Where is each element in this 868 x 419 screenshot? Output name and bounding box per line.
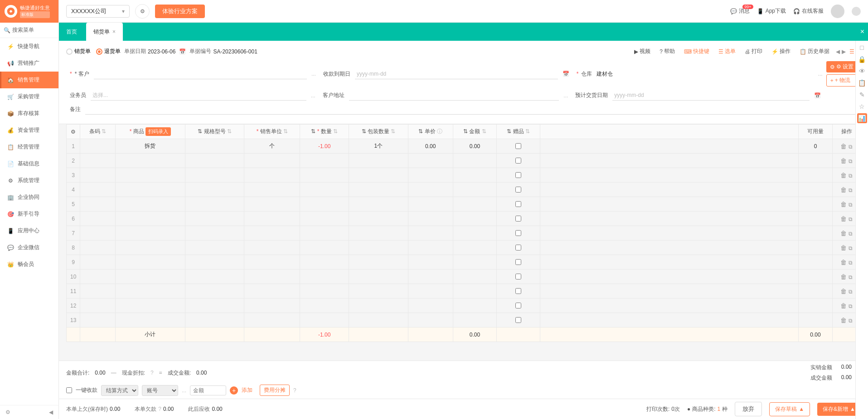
copy-row-icon[interactable]: ⧉ <box>849 202 853 208</box>
delete-row-icon[interactable]: 🗑 <box>840 172 847 179</box>
due-help-icon[interactable]: ? <box>158 406 161 412</box>
cell-product[interactable] <box>115 255 185 270</box>
save-draft-button[interactable]: 保存草稿 ▲ <box>769 402 810 416</box>
cell-product[interactable] <box>115 212 185 226</box>
prev-icon[interactable]: ◀ <box>836 48 840 55</box>
sidebar-item-sales[interactable]: 🏠 销售管理 <box>0 72 58 88</box>
gift-checkbox[interactable] <box>515 187 521 193</box>
tab-close-icon[interactable]: × <box>112 29 116 35</box>
cell-product[interactable] <box>115 226 185 241</box>
copy-row-icon[interactable]: ⧉ <box>849 158 853 164</box>
sidebar-item-operations[interactable]: 📋 经营管理 <box>0 139 58 155</box>
sidebar-item-marketing[interactable]: 📢 营销推广 <box>0 55 58 72</box>
cell-qty[interactable]: -1.00 <box>300 139 349 154</box>
cell-product[interactable] <box>115 270 185 284</box>
gift-checkbox[interactable] <box>515 201 521 207</box>
user-avatar[interactable] <box>831 5 844 18</box>
delete-row-icon[interactable]: 🗑 <box>840 288 847 295</box>
delete-row-icon[interactable]: 🗑 <box>840 259 847 266</box>
app-download-button[interactable]: 📱 App下载 <box>757 7 786 15</box>
expected-date-calendar-icon[interactable]: 📅 <box>814 92 821 99</box>
account-select[interactable]: 账号 <box>142 385 178 396</box>
sidebar-item-guide[interactable]: 🎯 新手引导 <box>0 206 58 222</box>
add-payment-btn[interactable]: + <box>230 386 238 395</box>
gift-checkbox[interactable] <box>515 288 521 294</box>
copy-row-icon[interactable]: ⧉ <box>849 187 853 193</box>
settings-action-btn[interactable]: ⚙ ⚙ 设置 <box>826 61 857 72</box>
cell-product[interactable] <box>115 168 185 183</box>
delete-row-icon[interactable]: 🗑 <box>840 273 847 280</box>
list-view-icon[interactable]: ☰ <box>849 48 854 55</box>
customer-dots[interactable]: ... <box>311 71 316 77</box>
rf-icon-3[interactable]: 👁 <box>857 66 867 76</box>
salesperson-dots[interactable]: ... <box>311 92 315 99</box>
video-btn[interactable]: ▶ 视频 <box>631 46 653 57</box>
note-input[interactable] <box>85 104 857 115</box>
tab-bar-close-btn[interactable]: × <box>860 28 864 36</box>
settings-gear-icon[interactable]: ⚙ <box>5 409 10 415</box>
cell-product[interactable] <box>115 299 185 313</box>
rf-icon-7[interactable]: 📊 <box>857 113 867 123</box>
copy-row-icon[interactable]: ⧉ <box>849 216 853 222</box>
copy-row-icon[interactable]: ⧉ <box>849 231 853 237</box>
sidebar-item-system[interactable]: ⚙ 系统管理 <box>0 172 58 189</box>
delete-row-icon[interactable]: 🗑 <box>840 186 847 193</box>
rf-icon-2[interactable]: 🔒 <box>857 54 867 64</box>
copy-row-icon[interactable]: ⧉ <box>849 173 853 179</box>
copy-row-icon[interactable]: ⧉ <box>849 260 853 266</box>
save-new-button[interactable]: 保存&新增 ▲ <box>817 403 861 416</box>
trial-button[interactable]: 体验行业方案 <box>155 5 205 18</box>
gift-checkbox[interactable] <box>515 259 521 265</box>
amount-input[interactable] <box>190 385 226 395</box>
copy-row-icon[interactable]: ⧉ <box>849 245 853 251</box>
price-info-icon[interactable]: ⓘ <box>437 128 442 135</box>
delete-row-icon[interactable]: 🗑 <box>840 201 847 208</box>
delete-row-icon[interactable]: 🗑 <box>840 230 847 237</box>
return-order-radio[interactable]: 退货单 <box>96 48 121 55</box>
online-service-button[interactable]: 🎧 在线客服 <box>793 7 824 15</box>
delete-row-icon[interactable]: 🗑 <box>840 143 847 150</box>
table-settings-icon[interactable]: ⚙ <box>71 129 76 135</box>
customer-addr-input[interactable] <box>349 90 559 101</box>
collapse-icon[interactable]: ◀ <box>49 409 53 415</box>
sale-order-radio[interactable]: 销货单 <box>66 48 91 55</box>
history-btn[interactable]: 📋 历史单据 <box>797 46 832 57</box>
rf-icon-5[interactable]: ✎ <box>857 90 867 100</box>
message-button[interactable]: 💬 消息 99+ <box>730 7 750 15</box>
expense-help-icon[interactable]: ? <box>293 387 296 394</box>
copy-row-icon[interactable]: ⧉ <box>849 144 853 150</box>
gift-checkbox[interactable] <box>515 274 521 279</box>
customer-input[interactable] <box>94 69 307 79</box>
gift-checkbox[interactable] <box>515 303 521 308</box>
print-btn[interactable]: 🖨 打印 <box>742 46 765 57</box>
sidebar-item-finance[interactable]: 💰 资金管理 <box>0 122 58 139</box>
sidebar-item-quick-nav[interactable]: ⚡ 快捷导航 <box>0 38 58 55</box>
tab-sale-order[interactable]: 销货单 × <box>86 23 123 41</box>
account-dots[interactable]: ... <box>182 387 186 394</box>
rf-icon-6[interactable]: ☆ <box>857 101 867 111</box>
search-menu[interactable]: 🔍 搜索菜单 <box>0 23 58 38</box>
sidebar-item-member[interactable]: 👑 畅会员 <box>0 256 58 273</box>
delete-row-icon[interactable]: 🗑 <box>840 317 847 324</box>
gift-checkbox[interactable] <box>515 245 521 250</box>
rf-icon-4[interactable]: 📋 <box>857 78 867 88</box>
gift-checkbox[interactable] <box>515 172 521 178</box>
rf-icon-1[interactable]: □ <box>857 43 867 53</box>
gift-checkbox[interactable] <box>515 143 521 149</box>
help-btn[interactable]: ? 帮助 <box>657 46 678 57</box>
gift-checkbox[interactable] <box>515 158 521 164</box>
cell-product[interactable] <box>115 241 185 255</box>
sidebar-item-purchase[interactable]: 🛒 采购管理 <box>0 88 58 105</box>
delete-row-icon[interactable]: 🗑 <box>840 157 847 164</box>
discard-button[interactable]: 放弃 <box>735 402 762 416</box>
next-icon[interactable]: ▶ <box>842 48 846 55</box>
customer-addr-dots[interactable]: ... <box>563 92 568 99</box>
sidebar-item-inventory[interactable]: 📦 库存核算 <box>0 105 58 122</box>
table-wrapper[interactable]: ⚙ 条码 ⇅ * 商品 扫码录入 ⇅ <box>59 124 868 361</box>
select-order-btn[interactable]: ☰ 选单 <box>716 46 738 57</box>
expense-split-btn[interactable]: 费用分摊 <box>260 385 290 396</box>
gift-checkbox[interactable] <box>515 216 521 222</box>
company-selector[interactable]: XXXXXX公司 ▾ <box>66 5 130 18</box>
scan-btn[interactable]: 扫码录入 <box>145 127 171 136</box>
date-calendar-icon[interactable]: 📅 <box>179 48 186 55</box>
